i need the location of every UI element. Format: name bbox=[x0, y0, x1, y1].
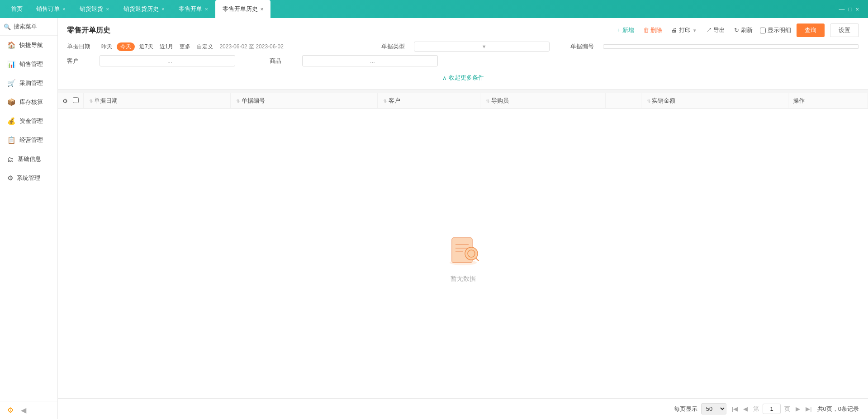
prev-page-button[interactable]: ◀ bbox=[741, 405, 749, 413]
delete-button[interactable]: 🗑 删除 bbox=[641, 25, 664, 35]
management-icon: 📋 bbox=[7, 136, 16, 144]
sidebar-item-finance-label: 资金管理 bbox=[19, 117, 43, 125]
tab-sales-order-label: 销售订单 bbox=[36, 5, 60, 13]
type-filter-select[interactable]: ▼ bbox=[414, 42, 550, 52]
close-button[interactable]: × bbox=[855, 6, 859, 13]
tab-return-history[interactable]: 销货退货历史 × bbox=[116, 0, 171, 18]
pagination-nav: |◀ ◀ 第 页 ▶ ▶| bbox=[730, 404, 814, 414]
table-settings-icon[interactable]: ⚙ bbox=[62, 98, 68, 104]
date-more[interactable]: 更多 bbox=[178, 42, 192, 51]
table-col-salesperson[interactable]: ⇅ 导购员 bbox=[480, 93, 605, 109]
tab-sales-order[interactable]: 销售订单 × bbox=[29, 0, 72, 18]
date-7days[interactable]: 近7天 bbox=[138, 42, 155, 51]
finance-icon: 💰 bbox=[7, 117, 16, 125]
sidebar-item-management-label: 经营管理 bbox=[19, 136, 43, 144]
sidebar-item-system[interactable]: ⚙ 系统管理 bbox=[0, 169, 57, 188]
goods-filter-input[interactable]: ... bbox=[302, 55, 438, 66]
refresh-button-label: ↻ 刷新 bbox=[734, 26, 753, 34]
type-filter-arrow-icon: ▼ bbox=[482, 44, 545, 49]
tab-retail-order-history[interactable]: 零售开单历史 × bbox=[215, 0, 270, 18]
print-button[interactable]: 🖨 打印 ▼ bbox=[669, 25, 699, 35]
per-page-select[interactable]: 50 100 200 bbox=[701, 403, 726, 414]
goods-filter-label: 商品 bbox=[270, 57, 295, 65]
tab-home[interactable]: 首页 bbox=[5, 0, 29, 18]
tab-sales-order-close[interactable]: × bbox=[62, 6, 65, 12]
date-today[interactable]: 今天 bbox=[117, 42, 135, 51]
tab-return-history-close[interactable]: × bbox=[161, 6, 164, 12]
tab-return-close[interactable]: × bbox=[106, 6, 109, 12]
export-button[interactable]: ↗ 导出 bbox=[704, 25, 727, 35]
date-sort-icon: ⇅ bbox=[89, 99, 93, 104]
refresh-button[interactable]: ↻ 刷新 bbox=[732, 25, 754, 35]
sidebar-search-label: 搜索菜单 bbox=[14, 23, 37, 31]
sidebar-item-sales[interactable]: 📊 销售管理 bbox=[0, 55, 57, 74]
tab-retail-order-history-close[interactable]: × bbox=[261, 6, 263, 12]
sidebar-item-sales-label: 销售管理 bbox=[19, 60, 43, 68]
settings-bottom-icon[interactable]: ⚙ bbox=[7, 406, 14, 414]
tab-return-label: 销货退货 bbox=[80, 5, 103, 13]
tab-return[interactable]: 销货退货 × bbox=[72, 0, 116, 18]
collapse-label: 收起更多条件 bbox=[449, 74, 484, 82]
table-col-date[interactable]: ⇅ 单据日期 bbox=[83, 93, 230, 109]
minimize-button[interactable]: — bbox=[839, 6, 845, 13]
new-button-label: + 新增 bbox=[617, 26, 634, 34]
collapse-button[interactable]: ∧ 收起更多条件 bbox=[442, 74, 484, 82]
number-sort-icon: ⇅ bbox=[236, 99, 240, 104]
tab-retail-order-close[interactable]: × bbox=[205, 6, 208, 12]
per-page-label: 每页显示 bbox=[674, 405, 697, 413]
sidebar-item-finance[interactable]: 💰 资金管理 bbox=[0, 112, 57, 131]
page-suffix: 页 bbox=[783, 404, 792, 414]
goods-filter-dots: ... bbox=[370, 57, 434, 64]
empty-text: 暂无数据 bbox=[451, 275, 476, 283]
customer-filter-label: 客户 bbox=[67, 57, 92, 65]
empty-state: 暂无数据 bbox=[58, 109, 868, 398]
table-col-amount[interactable]: ⇅ 实销金额 bbox=[641, 93, 788, 109]
date-range-display: 2023-06-02 至 2023-06-02 bbox=[219, 43, 283, 51]
page-label: 第 bbox=[751, 404, 761, 414]
sidebar-search[interactable]: 🔍 搜索菜单 bbox=[0, 18, 57, 36]
amount-sort-icon: ⇅ bbox=[647, 99, 650, 104]
select-all-checkbox[interactable] bbox=[73, 97, 79, 103]
new-button[interactable]: + 新增 bbox=[615, 25, 636, 35]
filter-row-1: 单据日期 昨天 今天 近7天 近1月 更多 自定义 2023-06-02 至 2… bbox=[67, 42, 859, 52]
show-detail-label: 显示明细 bbox=[768, 26, 791, 34]
sidebar-bottom: ⚙ ◀ bbox=[0, 401, 57, 419]
page-number-input[interactable] bbox=[763, 404, 781, 414]
sidebar-item-system-label: 系统管理 bbox=[17, 174, 40, 182]
customer-filter-input[interactable]: ... bbox=[100, 55, 235, 66]
print-dropdown-icon[interactable]: ▼ bbox=[693, 28, 697, 33]
sales-icon: 📊 bbox=[7, 60, 16, 68]
tab-retail-order[interactable]: 零售开单 × bbox=[171, 0, 215, 18]
table-container: ⚙ ⇅ 单据日期 ⇅ 单据编号 bbox=[58, 93, 868, 419]
show-detail-checkbox-label[interactable]: 显示明细 bbox=[760, 26, 791, 34]
date-1month[interactable]: 近1月 bbox=[158, 42, 175, 51]
sidebar-item-management[interactable]: 📋 经营管理 bbox=[0, 131, 57, 150]
date-yesterday[interactable]: 昨天 bbox=[100, 42, 114, 51]
show-detail-checkbox[interactable] bbox=[760, 28, 766, 33]
print-button-label: 🖨 打印 bbox=[671, 26, 691, 34]
table-col-number[interactable]: ⇅ 单据编号 bbox=[230, 93, 377, 109]
col-action-label: 操作 bbox=[793, 97, 805, 104]
id-filter-input[interactable] bbox=[603, 44, 859, 49]
first-page-button[interactable]: |◀ bbox=[730, 405, 740, 413]
base-info-icon: 🗂 bbox=[7, 155, 14, 163]
system-icon: ⚙ bbox=[7, 174, 13, 182]
date-custom[interactable]: 自定义 bbox=[195, 42, 215, 51]
settings-button[interactable]: 设置 bbox=[830, 24, 859, 37]
next-page-button[interactable]: ▶ bbox=[794, 405, 802, 413]
sidebar-item-purchase[interactable]: 🛒 采购管理 bbox=[0, 74, 57, 93]
restore-button[interactable]: □ bbox=[849, 6, 852, 13]
sidebar-item-inventory[interactable]: 📦 库存核算 bbox=[0, 93, 57, 112]
query-button[interactable]: 查询 bbox=[797, 24, 825, 37]
table-col-settings: ⚙ bbox=[58, 93, 83, 109]
last-page-button[interactable]: ▶| bbox=[804, 405, 813, 413]
sidebar-item-purchase-label: 采购管理 bbox=[19, 79, 43, 87]
sidebar-item-base-info[interactable]: 🗂 基础信息 bbox=[0, 150, 57, 169]
table-col-spacer bbox=[605, 93, 641, 109]
col-date-label: 单据日期 bbox=[94, 97, 118, 104]
table-col-customer[interactable]: ⇅ 客户 bbox=[377, 93, 480, 109]
collapse-sidebar-icon[interactable]: ◀ bbox=[21, 406, 26, 414]
sidebar-item-quick-nav[interactable]: 🏠 快捷导航 bbox=[0, 36, 57, 55]
home-icon: 🏠 bbox=[7, 41, 16, 49]
export-button-label: ↗ 导出 bbox=[706, 26, 726, 34]
